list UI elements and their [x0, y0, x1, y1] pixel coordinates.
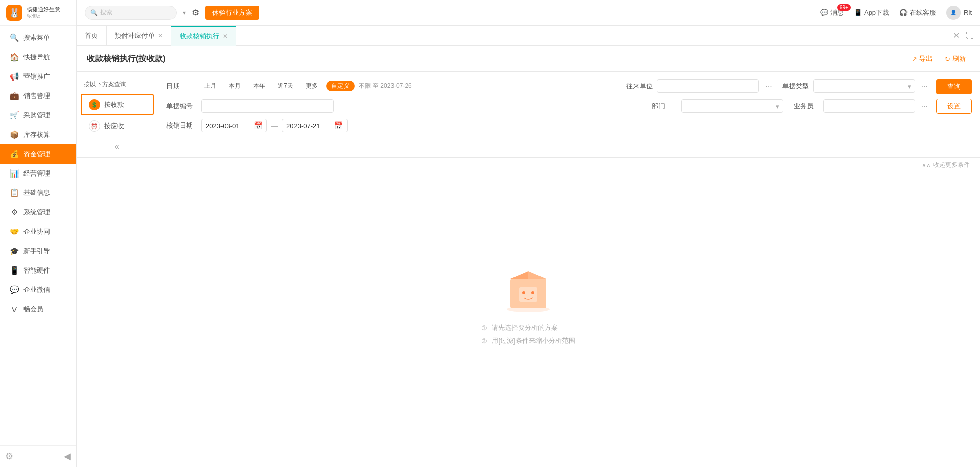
page-title: 收款核销执行(按收款): [87, 54, 166, 64]
topbar-search[interactable]: 🔍 搜索: [85, 6, 177, 20]
filter-collapse-btn[interactable]: «: [77, 137, 158, 151]
staff-dots[interactable]: ···: [921, 102, 928, 111]
sidebar-item-basic[interactable]: 📋基础信息: [0, 183, 76, 203]
sidebar-item-hardware[interactable]: 📱智能硬件: [0, 261, 76, 280]
refresh-icon: ↻: [945, 55, 950, 63]
refresh-label: 刷新: [952, 54, 966, 63]
sidebar-item-purchase[interactable]: 🛒采购管理: [0, 106, 76, 125]
sidebar-item-operation[interactable]: 📊经营管理: [0, 164, 76, 183]
search-label: 搜索菜单: [23, 33, 50, 42]
doc-type-select[interactable]: [813, 79, 915, 93]
verify-date-start-wrapper[interactable]: 📅: [201, 119, 267, 132]
service-icon: 🎧: [899, 9, 908, 16]
online-service-btn[interactable]: 🎧 在线客服: [899, 8, 936, 17]
doc-number-label: 单据编号: [166, 102, 193, 111]
date-btn-7days[interactable]: 近7天: [274, 81, 298, 91]
collapse-more-label: 收起更多条件: [933, 161, 970, 169]
topbar-gear-icon[interactable]: ⚙: [192, 8, 199, 17]
verify-date-start-input[interactable]: [206, 122, 252, 130]
export-icon: ↗: [912, 55, 917, 63]
topbar-chevron-icon[interactable]: ▾: [183, 9, 186, 16]
collapse-more-bar[interactable]: ∧∧ 收起更多条件: [77, 158, 980, 175]
sidebar-item-finance[interactable]: 💰资金管理: [0, 144, 76, 164]
date-sub-text: 不限 至 2023-07-26: [359, 82, 412, 90]
sidebar-bottom: ⚙ ◀: [0, 445, 76, 467]
svg-point-5: [522, 291, 525, 294]
partner-input[interactable]: [657, 79, 759, 93]
date-btn-custom[interactable]: 自定义: [326, 81, 355, 91]
settings-icon[interactable]: ⚙: [5, 451, 13, 462]
sidebar-item-search[interactable]: 🔍搜索菜单: [0, 28, 76, 47]
by-receivable-icon: ⏰: [89, 120, 100, 132]
refresh-btn[interactable]: ↻ 刷新: [941, 52, 970, 65]
verify-date-end-input[interactable]: [286, 122, 332, 130]
search-icon: 🔍: [9, 33, 19, 42]
sidebar-item-quick-nav[interactable]: 🏠快捷导航: [0, 47, 76, 67]
staff-input[interactable]: [823, 99, 915, 113]
collapse-sidebar-icon[interactable]: ◀: [64, 451, 71, 462]
user-menu[interactable]: 👤 Rit: [946, 6, 972, 20]
calendar-start-icon[interactable]: 📅: [254, 121, 262, 130]
main-area: 🔍 搜索 ▾ ⚙ 休验行业方案 💬 消息 99+ 📱 App下载 🎧 在线客服: [77, 0, 980, 467]
expand-tab-icon[interactable]: ⛶: [964, 29, 976, 42]
purchase-icon: 🛒: [9, 111, 19, 120]
industry-btn[interactable]: 休验行业方案: [205, 6, 259, 20]
calendar-end-icon[interactable]: 📅: [334, 121, 343, 130]
dept-select[interactable]: [681, 99, 783, 113]
tab-receivable[interactable]: 收款核销执行 ✕: [172, 26, 236, 46]
partner-label: 往来单位: [626, 82, 653, 91]
logo-icon: 🐰: [6, 5, 22, 21]
verify-date-end-wrapper[interactable]: 📅: [282, 119, 348, 132]
doc-number-input[interactable]: [201, 99, 334, 113]
query-btn[interactable]: 查询: [936, 79, 972, 94]
sidebar-item-wechat[interactable]: 💬企业微信: [0, 280, 76, 300]
date-btn-this-month[interactable]: 本月: [225, 81, 245, 91]
dept-label: 部门: [652, 102, 677, 111]
sidebar-item-system[interactable]: ⚙系统管理: [0, 203, 76, 222]
tab-home[interactable]: 首页: [77, 26, 107, 46]
page-header-actions: ↗ 导出 ↻ 刷新: [908, 52, 970, 65]
sidebar-item-sales[interactable]: 💼销售管理: [0, 86, 76, 106]
doc-type-wrapper: [813, 79, 915, 93]
verify-date-range: 📅 — 📅: [201, 119, 348, 132]
by-receipt-icon: 💲: [89, 99, 100, 110]
inventory-label: 库存核算: [23, 130, 50, 139]
tab-prepay-close-icon[interactable]: ✕: [158, 32, 163, 39]
partner-dots[interactable]: ···: [765, 82, 772, 91]
date-btn-this-year[interactable]: 本年: [249, 81, 270, 91]
settings-btn[interactable]: 设置: [936, 99, 972, 114]
tab-receivable-close-icon[interactable]: ✕: [223, 33, 228, 40]
collapse-chevron-icon: ∧∧: [922, 162, 931, 169]
sidebar-item-inventory[interactable]: 📦库存核算: [0, 125, 76, 144]
page-header: 收款核销执行(按收款) ↗ 导出 ↻ 刷新: [77, 46, 980, 72]
close-tab-icon[interactable]: ✕: [951, 29, 962, 42]
filter-row-1: 日期 上月 本月 本年 近7天 更多 自定义 不限 至 2023-07-26 往…: [166, 79, 928, 93]
export-btn[interactable]: ↗ 导出: [908, 52, 937, 65]
logo-badge: 标准版: [27, 13, 60, 19]
member-label: 畅会员: [23, 305, 43, 314]
date-buttons: 上月 本月 本年 近7天 更多 自定义 不限 至 2023-07-26: [200, 81, 412, 91]
tabbar-actions: ✕ ⛶: [951, 29, 980, 42]
tab-home-label: 首页: [85, 31, 98, 40]
filter-sidebar: 按以下方案查询 💲 按收款 ⏰ 按应收 «: [77, 72, 158, 157]
svg-marker-2: [510, 271, 528, 279]
message-btn[interactable]: 💬 消息 99+: [820, 8, 844, 17]
sidebar-item-marketing[interactable]: 📢营销推广: [0, 67, 76, 86]
tab-prepay[interactable]: 预付冲应付单 ✕: [107, 26, 172, 46]
member-icon: V: [9, 305, 19, 314]
sidebar-item-member[interactable]: V畅会员: [0, 300, 76, 319]
filter-option-by-receivable[interactable]: ⏰ 按应收: [81, 115, 154, 137]
filter-option-by-receipt[interactable]: 💲 按收款: [81, 94, 154, 115]
sidebar-item-enterprise[interactable]: 🤝企业协同: [0, 222, 76, 241]
sidebar-item-guide[interactable]: 🎓新手引导: [0, 241, 76, 261]
date-btn-more[interactable]: 更多: [302, 81, 322, 91]
date-btn-last-month[interactable]: 上月: [200, 81, 220, 91]
hardware-icon: 📱: [9, 266, 19, 275]
app-download-btn[interactable]: 📱 App下载: [854, 8, 889, 17]
doc-type-dots[interactable]: ···: [921, 82, 928, 91]
by-receivable-label: 按应收: [104, 121, 124, 131]
filter-row-2: 单据编号 部门 业务员: [166, 99, 928, 113]
quick-nav-icon: 🏠: [9, 53, 19, 62]
finance-icon: 💰: [9, 150, 19, 159]
tab-prepay-label: 预付冲应付单: [115, 31, 155, 40]
